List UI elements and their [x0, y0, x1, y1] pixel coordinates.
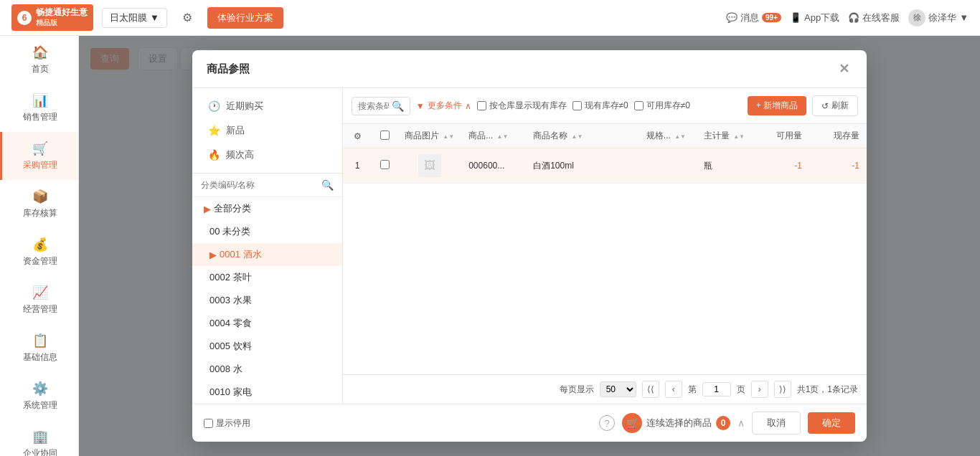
checkbox-warehouse-label[interactable]: 按仓库显示现有库存: [477, 100, 567, 112]
product-search-input[interactable]: [358, 101, 389, 111]
category-item-appliance[interactable]: 0010 家电: [192, 381, 342, 404]
modal-body: 🕐 近期购买 ⭐ 新品 🔥 频次高: [192, 88, 867, 404]
col-check-all[interactable]: [372, 124, 397, 148]
sidebar-item-home[interactable]: 🏠 首页: [0, 36, 78, 84]
add-product-btn[interactable]: + 新增商品: [748, 96, 806, 115]
category-search-icon[interactable]: 🔍: [321, 179, 334, 191]
col-settings[interactable]: ⚙: [343, 124, 372, 148]
collapse-cart-icon[interactable]: ∧: [738, 417, 745, 429]
sort-code: ▲▼: [497, 134, 509, 140]
category-item-all[interactable]: ▶ 全部分类: [192, 197, 342, 220]
message-badge: 99+: [762, 13, 781, 22]
page-word2: 页: [737, 384, 745, 396]
row-checkbox[interactable]: [380, 160, 390, 169]
filter-more-btn[interactable]: ▼ 更多条件 ∧: [416, 100, 471, 112]
col-name-header[interactable]: 商品名称 ▲▼: [526, 124, 639, 148]
page-number-input[interactable]: [702, 382, 731, 396]
sidebar-item-label: 库存核算: [23, 207, 57, 219]
col-img-header[interactable]: 商品图片 ▲▼: [397, 124, 461, 148]
cancel-button[interactable]: 取消: [752, 412, 801, 434]
modal-header: 商品参照 ✕: [192, 50, 867, 88]
filter-icon: ▼: [416, 101, 425, 111]
table-row[interactable]: 1 🖼 000600... 白酒100ml: [343, 148, 867, 184]
sidebar-item-system[interactable]: ⚙️ 系统管理: [0, 372, 78, 420]
modal-footer: 显示停用 ? 🛒 连续选择的商品 0 ∧ 取消 确定: [192, 404, 867, 442]
page-next-btn[interactable]: ›: [751, 381, 768, 398]
main-layout: 🏠 首页 📊 销售管理 🛒 采购管理 📦 库存核算 💰 资金管理 📈 经营管理 …: [0, 36, 980, 456]
page-total-info: 共1页，1条记录: [797, 384, 858, 396]
col-spec-header[interactable]: 规格... ▲▼: [639, 124, 697, 148]
modal-overlay: 商品参照 ✕ 🕐 近期购买 ⭐ 新: [79, 36, 980, 456]
sidebar-item-purchase[interactable]: 🛒 采购管理: [0, 132, 78, 180]
nav-dropdown[interactable]: 日太阳膜 ▼: [102, 8, 167, 28]
download-icon: 📱: [790, 12, 801, 23]
category-item-fruit[interactable]: 0003 水果: [192, 289, 342, 312]
experience-btn[interactable]: 体验行业方案: [207, 7, 283, 29]
col-code-header[interactable]: 商品... ▲▼: [461, 124, 526, 148]
checkbox-stock-ne0-label[interactable]: 现有库存≠0: [573, 100, 628, 112]
cart-label: 连续选择的商品: [646, 417, 712, 429]
row-check[interactable]: [372, 148, 397, 184]
checkbox-warehouse[interactable]: [477, 101, 486, 110]
category-item-water[interactable]: 0008 水: [192, 358, 342, 381]
category-item-tea[interactable]: 0002 茶叶: [192, 266, 342, 289]
page-size-select[interactable]: 50 10 20 100: [600, 381, 636, 397]
category-search-input[interactable]: [201, 180, 317, 190]
app-download-btn[interactable]: 📱 App下载: [790, 11, 839, 24]
sidebar-item-finance[interactable]: 💰 资金管理: [0, 228, 78, 276]
page-prev-btn[interactable]: ‹: [665, 381, 682, 398]
settings-icon[interactable]: ⚙: [176, 6, 199, 29]
base-info-icon: 📋: [32, 333, 48, 348]
row-available: -1: [752, 148, 809, 184]
checkbox-available-ne0[interactable]: [634, 101, 644, 110]
row-stock: -1: [809, 148, 867, 184]
product-search-icon[interactable]: 🔍: [392, 100, 404, 112]
logo-icon: 6: [17, 11, 32, 25]
tab-recent-purchase[interactable]: 🕐 近期购买: [201, 95, 334, 117]
check-all-input[interactable]: [380, 130, 390, 140]
refresh-btn[interactable]: ↺ 刷新: [812, 95, 858, 116]
frequent-icon: 🔥: [208, 149, 220, 161]
home-icon: 🏠: [32, 44, 48, 60]
product-table: ⚙ 商品图片 ▲▼ 商品... ▲▼: [343, 124, 867, 184]
app-name: 畅捷通好生意: [36, 7, 88, 19]
col-unit-header[interactable]: 主计量 ▲▼: [697, 124, 752, 148]
sidebar-item-label: 系统管理: [23, 399, 57, 412]
modal-close-button[interactable]: ✕: [835, 60, 852, 77]
navbar: 6 畅捷通好生意 精品版 日太阳膜 ▼ ⚙ 体验行业方案 💬 消息 99+ 📱 …: [0, 0, 980, 36]
user-menu[interactable]: 徐 徐泽华 ▼: [908, 9, 969, 27]
row-code: 000600...: [461, 148, 526, 184]
checkbox-stock-ne0[interactable]: [573, 101, 582, 110]
message-btn[interactable]: 💬 消息 99+: [726, 11, 781, 24]
app-sub: 精品版: [36, 18, 88, 28]
sidebar-item-base-info[interactable]: 📋 基础信息: [0, 324, 78, 372]
recent-icon: 🕐: [208, 100, 220, 112]
category-item-snacks[interactable]: 0004 零食: [192, 312, 342, 335]
sidebar-item-label: 企业协同: [23, 447, 57, 456]
sidebar-item-operations[interactable]: 📈 经营管理: [0, 276, 78, 324]
sales-icon: 📊: [32, 92, 48, 108]
cart-icon[interactable]: 🛒: [622, 413, 642, 433]
online-service-btn[interactable]: 🎧 在线客服: [848, 11, 900, 24]
sidebar-item-sales[interactable]: 📊 销售管理: [0, 84, 78, 132]
purchase-icon: 🛒: [32, 141, 48, 156]
new-icon: ⭐: [208, 125, 220, 136]
category-item-drinks[interactable]: 0005 饮料: [192, 335, 342, 358]
page-first-btn[interactable]: ⟨⟨: [642, 381, 659, 398]
help-icon[interactable]: ?: [599, 415, 615, 431]
system-icon: ⚙️: [32, 381, 48, 396]
avatar-icon: 徐: [908, 9, 925, 27]
confirm-button[interactable]: 确定: [808, 412, 855, 434]
sidebar-item-enterprise[interactable]: 🏢 企业协同: [0, 420, 78, 456]
page-last-btn[interactable]: ⟩⟩: [774, 381, 791, 398]
sidebar-item-label: 资金管理: [23, 255, 57, 267]
category-item-uncategorized[interactable]: 00 未分类: [192, 220, 342, 243]
category-item-liquor[interactable]: ▶ 0001 酒水: [192, 243, 342, 266]
content-area: 查询 设置 刷新 商品参照 ✕ 🕐: [79, 36, 980, 456]
sidebar-item-inventory[interactable]: 📦 库存核算: [0, 180, 78, 228]
show-disabled-checkbox[interactable]: [204, 419, 213, 428]
checkbox-available-ne0-label[interactable]: 可用库存≠0: [634, 100, 690, 112]
tab-new-products[interactable]: ⭐ 新品: [201, 120, 334, 141]
tab-frequent[interactable]: 🔥 频次高: [201, 144, 334, 166]
show-disabled-label[interactable]: 显示停用: [204, 417, 250, 429]
